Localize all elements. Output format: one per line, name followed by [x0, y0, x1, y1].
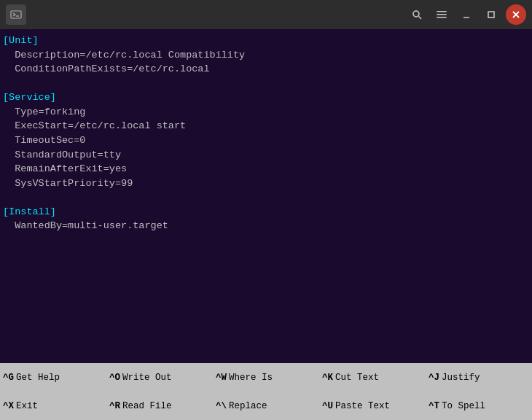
shortcut-key: ^G — [3, 373, 14, 383]
editor-line: TimeoutSec=0 — [3, 133, 529, 148]
menu-button[interactable] — [431, 4, 452, 25]
title-bar-left — [6, 4, 26, 25]
shortcut-key: ^K — [322, 373, 333, 383]
editor-line: WantedBy=multi-user.target — [3, 219, 529, 233]
shortcut-key: ^X — [3, 401, 14, 411]
svg-rect-6 — [437, 17, 447, 18]
editor-line: StandardOutput=tty — [3, 148, 529, 163]
shortcuts-bar: ^GGet Help^OWrite Out^WWhere Is^KCut Tex… — [0, 363, 532, 420]
shortcut-label: Cut Text — [335, 373, 379, 383]
shortcut-item[interactable]: ^OWrite Out — [106, 363, 213, 392]
search-button[interactable] — [407, 4, 427, 25]
shortcut-item[interactable]: ^WWhere Is — [213, 363, 319, 392]
close-button[interactable] — [506, 4, 526, 25]
shortcut-label: Where Is — [229, 373, 273, 383]
shortcuts-row-2: ^XExit^RRead File^\Replace^UPaste Text^T… — [0, 392, 532, 420]
shortcut-label: Get Help — [16, 373, 60, 383]
shortcut-item[interactable]: ^GGet Help — [0, 363, 106, 392]
minimize-button[interactable] — [456, 4, 477, 25]
maximize-button[interactable] — [481, 4, 501, 25]
editor-line: ExecStart=/etc/rc.local start — [3, 119, 529, 133]
svg-rect-5 — [437, 14, 447, 15]
shortcut-label: Replace — [229, 401, 267, 411]
shortcut-label: Write Out — [122, 373, 172, 383]
shortcut-key: ^O — [109, 373, 120, 383]
shortcut-label: Read File — [122, 401, 172, 411]
editor-line: SysVStartPriority=99 — [3, 176, 529, 191]
editor-line: RemainAfterExit=yes — [3, 162, 529, 176]
shortcut-item[interactable]: ^RRead File — [106, 392, 213, 420]
shortcut-key: ^R — [109, 401, 120, 411]
shortcut-item[interactable]: ^JJustify — [426, 363, 532, 392]
editor-line: Description=/etc/rc.local Compatibility — [3, 48, 529, 63]
editor-container: [Unit] Description=/etc/rc.local Compati… — [0, 29, 532, 363]
shortcut-label: To Spell — [442, 401, 485, 411]
editor-line: ConditionPathExists=/etc/rc.local — [3, 62, 529, 77]
shortcut-label: Paste Text — [335, 401, 390, 411]
editor-line: Type=forking — [3, 105, 529, 120]
window-controls — [407, 4, 526, 25]
shortcuts-row-1: ^GGet Help^OWrite Out^WWhere Is^KCut Tex… — [0, 363, 532, 392]
shortcut-key: ^T — [429, 401, 439, 411]
shortcut-key: ^U — [322, 401, 333, 411]
editor-line — [3, 77, 529, 91]
editor-line — [3, 190, 529, 205]
editor-line: [Service] — [3, 90, 529, 105]
shortcut-label: Justify — [442, 373, 480, 383]
editor-content[interactable]: [Unit] Description=/etc/rc.local Compati… — [0, 32, 532, 235]
shortcut-item[interactable]: ^TTo Spell — [426, 392, 532, 420]
editor-line: [Install] — [3, 205, 529, 219]
editor-line: [Unit] — [3, 34, 529, 48]
shortcut-label: Exit — [16, 401, 38, 411]
shortcut-item[interactable]: ^KCut Text — [319, 363, 426, 392]
shortcut-item[interactable]: ^UPaste Text — [319, 392, 426, 420]
title-bar — [0, 0, 532, 29]
shortcut-item[interactable]: ^\Replace — [213, 392, 319, 420]
terminal-icon — [6, 4, 26, 25]
shortcut-item[interactable]: ^XExit — [0, 392, 106, 420]
svg-rect-4 — [437, 11, 447, 12]
svg-point-2 — [413, 11, 419, 17]
svg-line-3 — [419, 17, 422, 20]
shortcut-key: ^J — [429, 373, 439, 383]
shortcut-key: ^W — [216, 373, 227, 383]
svg-rect-8 — [488, 12, 494, 18]
shortcut-key: ^\ — [216, 401, 227, 411]
